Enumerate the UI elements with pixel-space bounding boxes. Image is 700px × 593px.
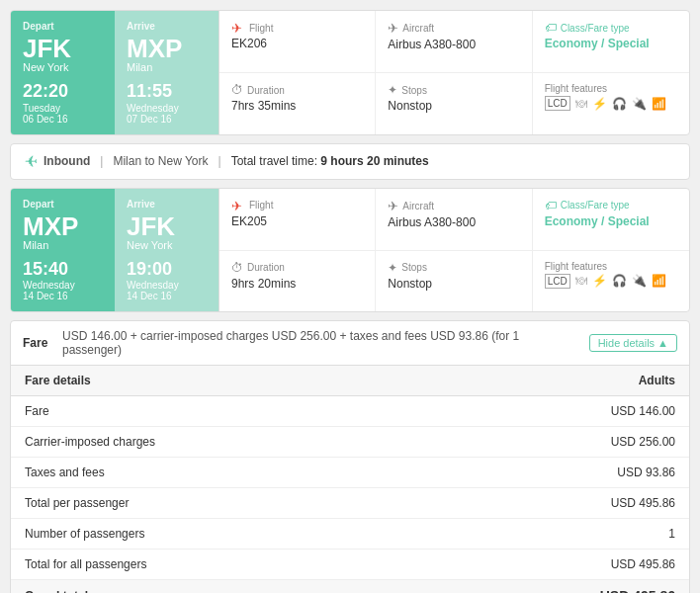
- outbound-duration-label: Duration: [247, 85, 285, 96]
- inbound-sep2: |: [219, 154, 221, 168]
- inbound-usb-icon: ⚡: [592, 274, 607, 288]
- outbound-duration-cell: ⏱ Duration 7hrs 35mins: [219, 73, 376, 133]
- inbound-duration-label: Duration: [247, 262, 285, 273]
- inbound-aircraft-icon: ✈: [388, 199, 398, 213]
- outbound-flight-label: Flight: [249, 23, 273, 34]
- power-icon: 🔌: [632, 97, 647, 111]
- inbound-route: Milan to New York: [113, 154, 208, 168]
- fare-table-header-row: Fare details Adults: [11, 366, 689, 396]
- outbound-stops-cell: ✦ Stops Nonstop: [376, 73, 532, 133]
- inbound-depart-code: MXP: [23, 213, 103, 239]
- outbound-features-cell: Flight features LCD 🍽 ⚡ 🎧 🔌 📶: [533, 73, 689, 133]
- fare-header: Fare USD 146.00 + carrier-imposed charge…: [11, 321, 689, 366]
- meal-icon: 🍽: [575, 97, 587, 111]
- outbound-duration-value: 7hrs 35mins: [231, 99, 363, 113]
- inbound-aircraft-name: Airbus A380-800: [388, 215, 519, 229]
- outbound-arrive-day: Wednesday: [127, 103, 207, 114]
- fare-table-row: Total per passengerUSD 495.86: [11, 488, 689, 519]
- hide-details-label: Hide details: [598, 337, 655, 349]
- inbound-arrive-time: 19:00: [127, 259, 207, 281]
- outbound-depart-time: 22:20: [23, 81, 103, 103]
- grand-total-row: Grand total USD 495.86: [11, 580, 689, 593]
- outbound-depart-city: New York: [23, 61, 103, 73]
- inbound-depart-time: 15:40: [23, 259, 103, 281]
- fare-table: Fare details Adults FareUSD 146.00Carrie…: [11, 366, 689, 593]
- lcd-icon: LCD: [545, 96, 570, 111]
- fare-section: Fare USD 146.00 + carrier-imposed charge…: [10, 320, 690, 593]
- hide-details-button[interactable]: Hide details ▲: [589, 334, 677, 352]
- fare-row-amount: USD 495.86: [421, 488, 689, 519]
- grand-total-label: Grand total: [11, 580, 421, 593]
- inbound-depart-col: Depart MXP Milan 15:40 Wednesday 14 Dec …: [11, 189, 115, 312]
- outbound-features-label: Flight features: [545, 83, 607, 94]
- inbound-details-block: ✈ Flight EK205 ✈ Aircraft Airbus A380-80…: [219, 189, 689, 312]
- inbound-fare-type-value: Economy / Special: [545, 214, 677, 228]
- inbound-sep1: |: [100, 154, 103, 168]
- outbound-arrive-date: 07 Dec 16: [127, 114, 207, 125]
- outbound-arrive-time: 11:55: [127, 81, 207, 103]
- inbound-audio-icon: 🎧: [612, 274, 627, 288]
- inbound-fare-type-label: Class/Fare type: [561, 200, 630, 211]
- inbound-flight-label: Flight: [249, 200, 273, 211]
- outbound-fare-type-value: Economy / Special: [545, 37, 677, 50]
- inbound-duration-cell: ⏱ Duration 9hrs 20mins: [219, 251, 376, 311]
- emirates-icon: ✈: [231, 21, 245, 35]
- fare-row-amount: USD 495.86: [421, 550, 689, 580]
- outbound-flight-card: Depart JFK New York 22:20 Tuesday 06 Dec…: [10, 10, 690, 135]
- outbound-da-block: Depart JFK New York 22:20 Tuesday 06 Dec…: [11, 11, 219, 134]
- aircraft-icon: ✈: [388, 21, 398, 36]
- inbound-power-icon: 🔌: [632, 274, 647, 288]
- inbound-duration-value: 9hrs 20mins: [231, 277, 363, 291]
- inbound-lcd-icon: LCD: [545, 274, 570, 289]
- inbound-clock-icon: ⏱: [231, 261, 243, 275]
- outbound-depart-header: Depart: [23, 21, 103, 32]
- fare-row-amount: USD 146.00: [421, 396, 689, 427]
- fare-summary: USD 146.00 + carrier-imposed charges USD…: [62, 329, 581, 357]
- fare-row-amount: USD 256.00: [421, 427, 689, 458]
- outbound-stops-label: Stops: [401, 85, 427, 96]
- inbound-stops-cell: ✦ Stops Nonstop: [376, 251, 532, 311]
- outbound-flight-cell: ✈ Flight EK206: [219, 11, 376, 73]
- fare-row-label: Number of passengers: [11, 519, 421, 550]
- inbound-arrive-col: Arrive JFK New York 19:00 Wednesday 14 D…: [115, 189, 219, 312]
- clock-icon: ⏱: [231, 83, 243, 97]
- fare-row-label: Fare: [11, 396, 421, 427]
- inbound-features-cell: Flight features LCD 🍽 ⚡ 🎧 🔌 📶: [533, 251, 689, 311]
- inbound-arrive-header: Arrive: [127, 199, 207, 210]
- fare-col2-header: Adults: [421, 366, 689, 396]
- outbound-depart-day: Tuesday: [23, 103, 103, 114]
- fare-table-row: Taxes and feesUSD 93.86: [11, 458, 689, 488]
- fare-row-label: Taxes and fees: [11, 458, 421, 488]
- outbound-arrive-code: MXP: [127, 36, 207, 61]
- inbound-emirates-icon: ✈: [231, 199, 245, 212]
- usb-icon: ⚡: [592, 97, 607, 111]
- fare-table-row: Carrier-imposed chargesUSD 256.00: [11, 427, 689, 458]
- inbound-wifi-icon: 📶: [652, 274, 666, 288]
- total-travel-time: 9 hours 20 minutes: [320, 154, 428, 168]
- outbound-depart-col: Depart JFK New York 22:20 Tuesday 06 Dec…: [11, 11, 115, 134]
- inbound-flight-card: Depart MXP Milan 15:40 Wednesday 14 Dec …: [10, 188, 690, 313]
- inbound-depart-date: 14 Dec 16: [23, 291, 103, 301]
- inbound-arrive-day: Wednesday: [127, 280, 207, 291]
- fare-table-row: Number of passengers1: [11, 519, 689, 550]
- inbound-arrive-code: JFK: [127, 213, 207, 239]
- outbound-arrive-col: Arrive MXP Milan 11:55 Wednesday 07 Dec …: [115, 11, 219, 134]
- fare-row-label: Carrier-imposed charges: [11, 427, 421, 458]
- outbound-details-block: ✈ Flight EK206 ✈ Aircraft Airbus A380-80…: [219, 11, 689, 134]
- audio-icon: 🎧: [612, 97, 627, 111]
- fare-label: Fare: [23, 336, 54, 350]
- fare-row-amount: USD 93.86: [421, 458, 689, 488]
- outbound-features-icons: LCD 🍽 ⚡ 🎧 🔌 📶: [545, 96, 677, 111]
- inbound-arrive-city: New York: [127, 239, 207, 251]
- fare-row-amount: 1: [421, 519, 689, 550]
- stops-icon: ✦: [388, 83, 397, 97]
- grand-total-amount: USD 495.86: [421, 580, 689, 593]
- inbound-depart-day: Wednesday: [23, 280, 103, 291]
- inbound-features-icons: LCD 🍽 ⚡ 🎧 🔌 📶: [545, 274, 677, 289]
- inbound-stops-value: Nonstop: [388, 277, 519, 291]
- outbound-aircraft-label: Aircraft: [402, 23, 434, 34]
- outbound-arrive-header: Arrive: [127, 21, 207, 32]
- fare-row-label: Total for all passengers: [11, 550, 421, 580]
- outbound-fare-type-label: Class/Fare type: [561, 23, 630, 34]
- outbound-flight-number: EK206: [231, 37, 363, 50]
